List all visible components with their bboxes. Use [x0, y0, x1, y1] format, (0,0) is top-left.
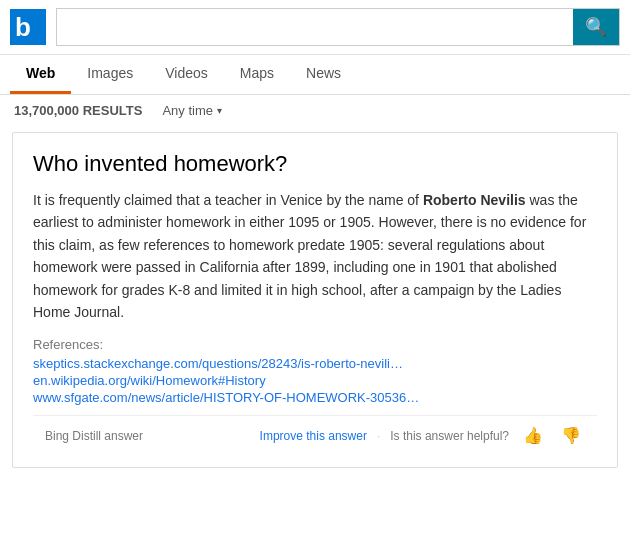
bold-name: Roberto Nevilis — [423, 192, 526, 208]
thumbs-up-icon: 👍 — [523, 427, 543, 444]
helpful-label: Is this answer helpful? — [390, 429, 509, 443]
reference-link-2[interactable]: en.wikipedia.org/wiki/Homework#History — [33, 373, 513, 388]
header: b who invented homework 🔍 — [0, 0, 630, 55]
bing-logo: b — [10, 9, 46, 45]
thumbs-down-icon: 👎 — [561, 427, 581, 444]
results-count: 13,700,000 RESULTS — [14, 103, 142, 118]
tab-maps[interactable]: Maps — [224, 55, 290, 94]
thumbs-down-button[interactable]: 👎 — [557, 424, 585, 447]
improve-link[interactable]: Improve this answer — [260, 429, 367, 443]
filter-label: Any time — [162, 103, 213, 118]
tab-web[interactable]: Web — [10, 55, 71, 94]
svg-text:b: b — [15, 12, 31, 42]
chevron-down-icon: ▾ — [217, 105, 222, 116]
nav-tabs: Web Images Videos Maps News — [0, 55, 630, 95]
answer-body: It is frequently claimed that a teacher … — [33, 189, 597, 323]
answer-card-footer: Bing Distill answer Improve this answer … — [33, 415, 597, 453]
anytime-filter[interactable]: Any time ▾ — [162, 103, 222, 118]
search-button[interactable]: 🔍 — [573, 9, 619, 45]
thumbs-up-button[interactable]: 👍 — [519, 424, 547, 447]
answer-title: Who invented homework? — [33, 151, 597, 177]
footer-right: Improve this answer · Is this answer hel… — [260, 424, 585, 447]
distill-label: Bing Distill answer — [45, 429, 143, 443]
separator: · — [377, 429, 380, 443]
results-bar: 13,700,000 RESULTS Any time ▾ — [0, 95, 630, 126]
search-bar: who invented homework 🔍 — [56, 8, 620, 46]
tab-images[interactable]: Images — [71, 55, 149, 94]
tab-videos[interactable]: Videos — [149, 55, 224, 94]
reference-link-1[interactable]: skeptics.stackexchange.com/questions/282… — [33, 356, 513, 371]
tab-news[interactable]: News — [290, 55, 357, 94]
references-label: References: — [33, 337, 597, 352]
search-icon: 🔍 — [585, 16, 607, 38]
reference-link-3[interactable]: www.sfgate.com/news/article/HISTORY-OF-H… — [33, 390, 513, 405]
answer-card: Who invented homework? It is frequently … — [12, 132, 618, 468]
search-input[interactable]: who invented homework — [57, 9, 573, 45]
